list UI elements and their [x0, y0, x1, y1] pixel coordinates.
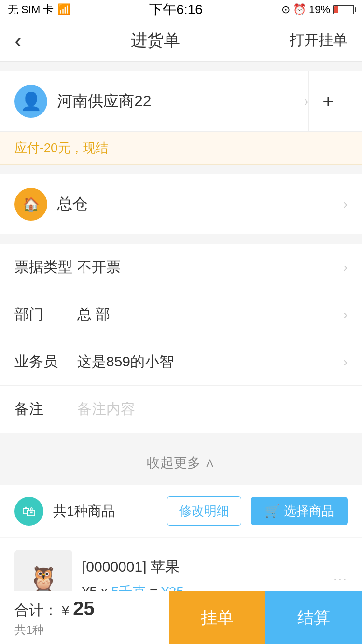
total-count: 共1种: [14, 622, 154, 638]
supplier-name: 河南供应商22: [57, 91, 304, 112]
salesperson-label: 业务员: [14, 352, 77, 372]
salesperson-row[interactable]: 业务员 这是859的小智 ›: [0, 338, 362, 386]
department-chevron-icon: ›: [343, 307, 348, 322]
product-more-button[interactable]: ···: [334, 571, 348, 587]
invoice-chevron-icon: ›: [343, 260, 348, 275]
remark-input[interactable]: 备注内容: [77, 399, 348, 419]
page-title: 进货单: [131, 29, 180, 52]
invoice-value: 不开票: [77, 257, 343, 277]
open-hang-button[interactable]: 打开挂单: [290, 30, 348, 50]
warehouse-chevron-icon: ›: [343, 196, 348, 212]
supplier-avatar: 👤: [14, 85, 47, 118]
alarm-icon: ⏰: [293, 3, 306, 16]
product-name: [0000001] 苹果: [82, 557, 324, 577]
battery-icon: [333, 5, 354, 14]
chevron-right-icon: ›: [304, 94, 308, 109]
notice-text: 应付-20元，现结: [14, 140, 108, 155]
total-amount: 25: [73, 598, 95, 619]
department-label: 部门: [14, 305, 77, 324]
hang-button[interactable]: 挂单: [169, 591, 265, 644]
bag-emoji: 🛍: [22, 503, 36, 519]
status-right: ⊙ ⏰ 19%: [281, 3, 354, 16]
total-section: 合计： ¥ 25 共1种: [0, 591, 169, 644]
total-label: 合计：: [14, 602, 58, 618]
edit-detail-button[interactable]: 修改明细: [167, 496, 241, 526]
warehouse-icon: 🏠: [14, 188, 47, 221]
gap-1: [0, 62, 362, 71]
cart-icon: 🛒: [265, 504, 280, 518]
supplier-section: 👤 河南供应商22 › +: [0, 71, 362, 132]
location-icon: ⊙: [281, 3, 290, 16]
product-placeholder-icon: 🦉: [28, 565, 58, 593]
status-time: 下午6:16: [149, 0, 203, 19]
notice-bar: 应付-20元，现结: [0, 132, 362, 165]
warehouse-name: 总仓: [57, 194, 343, 215]
select-product-button[interactable]: 🛒 选择商品: [251, 497, 348, 525]
wifi-icon: 📶: [57, 3, 70, 16]
select-product-label: 选择商品: [284, 503, 334, 519]
warehouse-emoji: 🏠: [23, 196, 40, 212]
product-code: [0000001]: [82, 559, 146, 574]
salesperson-value: 这是859的小智: [77, 352, 343, 372]
warehouse-section[interactable]: 🏠 总仓 ›: [0, 174, 362, 234]
product-bag-icon: 🛍: [14, 497, 43, 526]
collapse-button[interactable]: 收起更多 ∧: [0, 442, 362, 484]
form-section: 票据类型 不开票 › 部门 总 部 › 业务员 这是859的小智 › 备注 备注…: [0, 244, 362, 433]
department-row[interactable]: 部门 总 部 ›: [0, 291, 362, 338]
product-title: 苹果: [151, 559, 180, 574]
product-count: 共1种商品: [53, 502, 157, 520]
status-carrier: 无 SIM 卡 📶: [8, 2, 70, 17]
add-supplier-button[interactable]: +: [309, 71, 348, 131]
avatar-icon: 👤: [20, 91, 42, 112]
invoice-row[interactable]: 票据类型 不开票 ›: [0, 244, 362, 291]
remark-label: 备注: [14, 399, 77, 419]
supplier-selector[interactable]: 👤 河南供应商22 ›: [14, 71, 309, 131]
status-bar: 无 SIM 卡 📶 下午6:16 ⊙ ⏰ 19%: [0, 0, 362, 19]
department-value: 总 部: [77, 305, 343, 324]
salesperson-chevron-icon: ›: [343, 354, 348, 370]
bottom-bar: 合计： ¥ 25 共1种 挂单 结算: [0, 591, 362, 644]
total-unit: ¥: [62, 603, 70, 618]
battery-percent: 19%: [309, 3, 330, 16]
nav-bar: ‹ 进货单 打开挂单: [0, 19, 362, 62]
product-header: 🛍 共1种商品 修改明细 🛒 选择商品: [0, 485, 362, 537]
back-button[interactable]: ‹: [14, 28, 22, 53]
invoice-label: 票据类型: [14, 257, 77, 277]
remark-row[interactable]: 备注 备注内容: [0, 386, 362, 433]
checkout-button[interactable]: 结算: [265, 591, 362, 644]
